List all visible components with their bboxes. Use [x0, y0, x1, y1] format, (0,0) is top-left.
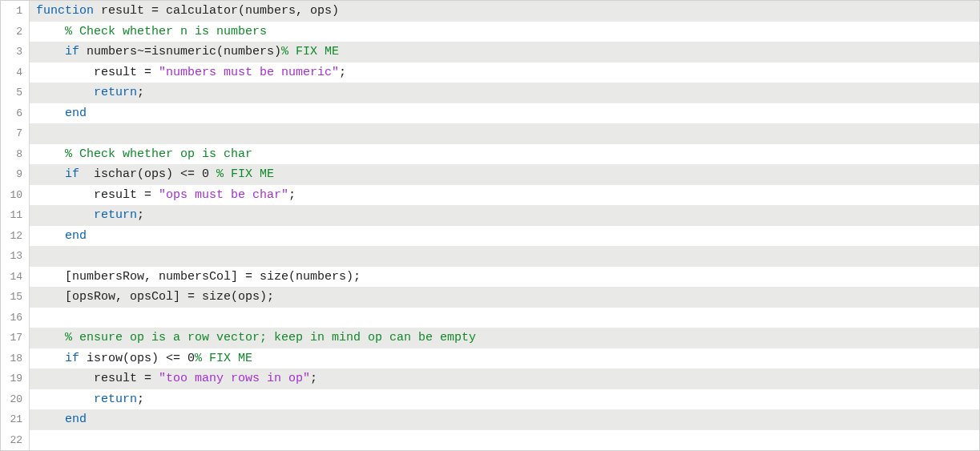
code-line[interactable]: 9 if ischar(ops) <= 0 % FIX ME — [1, 164, 979, 185]
code-content[interactable]: % ensure op is a row vector; keep in min… — [30, 328, 979, 348]
token-plain: ; — [137, 393, 144, 406]
token-plain: numbers~=isnumeric(numbers) — [87, 45, 281, 58]
line-number: 11 — [1, 205, 30, 226]
token-comment: % Check whether op is char — [65, 147, 252, 161]
token-plain: result = calculator(numbers, ops) — [101, 4, 339, 18]
code-content[interactable]: end — [30, 103, 979, 124]
code-editor[interactable]: 1function result = calculator(numbers, o… — [1, 1, 979, 450]
token-comment: % FIX ME — [216, 167, 274, 181]
token-plain: ; — [288, 188, 296, 202]
code-content[interactable]: function result = calculator(numbers, op… — [30, 1, 979, 22]
code-line[interactable]: 7 — [1, 123, 979, 144]
line-number: 4 — [1, 62, 30, 83]
code-content[interactable]: if ischar(ops) <= 0 % FIX ME — [30, 164, 979, 185]
line-number: 21 — [1, 409, 30, 430]
line-number: 13 — [1, 246, 30, 267]
line-number: 2 — [1, 22, 30, 42]
token-string: "numbers must be numeric" — [159, 66, 339, 79]
code-content[interactable]: [numbersRow, numbersCol] = size(numbers)… — [30, 267, 979, 288]
code-line[interactable]: 10 result = "ops must be char"; — [1, 185, 979, 206]
code-content[interactable]: [opsRow, opsCol] = size(ops); — [30, 287, 979, 308]
line-number: 18 — [1, 348, 30, 369]
code-line[interactable]: 11 return; — [1, 205, 979, 226]
code-line[interactable]: 4 result = "numbers must be numeric"; — [1, 62, 979, 83]
token-plain: ; — [310, 372, 317, 385]
code-content[interactable]: result = "ops must be char"; — [30, 185, 979, 206]
code-line[interactable]: 13 — [1, 246, 979, 267]
code-line[interactable]: 8 % Check whether op is char — [1, 144, 979, 165]
token-plain: result = — [36, 188, 159, 202]
code-line[interactable]: 20 return; — [1, 389, 979, 410]
token-string: "too many rows in op" — [159, 372, 310, 385]
code-content[interactable]: end — [30, 226, 979, 247]
token-plain — [36, 86, 94, 99]
token-plain — [36, 413, 65, 426]
code-content[interactable]: return; — [30, 205, 979, 226]
code-line[interactable]: 2 % Check whether n is numbers — [1, 22, 979, 42]
code-content[interactable]: if isrow(ops) <= 0% FIX ME — [30, 348, 979, 369]
code-content[interactable]: end — [30, 409, 979, 430]
line-number: 6 — [1, 103, 30, 124]
code-line[interactable]: 15 [opsRow, opsCol] = size(ops); — [1, 287, 979, 308]
line-number: 22 — [1, 430, 30, 451]
token-keyword: return — [94, 86, 137, 99]
token-plain — [36, 352, 65, 365]
code-line[interactable]: 14 [numbersRow, numbersCol] = size(numbe… — [1, 267, 979, 288]
code-line[interactable]: 6 end — [1, 103, 979, 124]
token-plain — [36, 208, 94, 222]
code-content[interactable]: return; — [30, 389, 979, 410]
token-plain — [36, 25, 65, 38]
code-line[interactable]: 5 return; — [1, 83, 979, 103]
token-plain: [numbersRow, numbersCol] = size(numbers)… — [36, 270, 361, 284]
code-content[interactable]: return; — [30, 83, 979, 103]
code-content[interactable]: result = "too many rows in op"; — [30, 368, 979, 389]
code-line[interactable]: 16 — [1, 308, 979, 328]
token-keyword: end — [65, 413, 87, 426]
code-content[interactable]: % Check whether op is char — [30, 144, 979, 165]
line-number: 20 — [1, 389, 30, 410]
code-content[interactable]: result = "numbers must be numeric"; — [30, 62, 979, 83]
code-line[interactable]: 19 result = "too many rows in op"; — [1, 368, 979, 389]
line-number: 7 — [1, 123, 30, 144]
code-line[interactable]: 18 if isrow(ops) <= 0% FIX ME — [1, 348, 979, 369]
code-line[interactable]: 21 end — [1, 409, 979, 430]
line-number: 16 — [1, 308, 30, 328]
token-plain: ; — [137, 86, 144, 99]
token-keyword: end — [65, 107, 87, 120]
token-plain — [36, 331, 65, 344]
token-plain — [36, 229, 65, 243]
code-content[interactable]: if numbers~=isnumeric(numbers)% FIX ME — [30, 42, 979, 62]
token-plain — [36, 107, 65, 120]
token-plain: isrow(ops) <= 0 — [87, 352, 195, 365]
code-line[interactable]: 12 end — [1, 226, 979, 247]
token-plain: [opsRow, opsCol] = size(ops); — [36, 290, 274, 304]
code-content[interactable] — [30, 246, 979, 267]
token-comment: % FIX ME — [281, 45, 339, 58]
code-line[interactable]: 22 — [1, 430, 979, 451]
token-keyword: if — [65, 45, 87, 58]
line-number: 8 — [1, 144, 30, 165]
code-content[interactable] — [30, 430, 979, 451]
token-plain: result = — [36, 372, 159, 385]
code-line[interactable]: 1function result = calculator(numbers, o… — [1, 1, 979, 22]
token-plain: ; — [137, 208, 144, 222]
token-comment: % ensure op is a row vector; keep in min… — [65, 331, 476, 344]
line-number: 17 — [1, 328, 30, 348]
token-keyword: function — [36, 4, 101, 18]
code-content[interactable] — [30, 123, 979, 144]
line-number: 14 — [1, 267, 30, 288]
code-line[interactable]: 3 if numbers~=isnumeric(numbers)% FIX ME — [1, 42, 979, 62]
line-number: 19 — [1, 368, 30, 389]
code-line[interactable]: 17 % ensure op is a row vector; keep in … — [1, 328, 979, 348]
token-comment: % FIX ME — [195, 352, 252, 365]
token-plain — [36, 167, 65, 181]
code-content[interactable]: % Check whether n is numbers — [30, 22, 979, 42]
token-plain: ischar(ops) <= 0 — [94, 167, 216, 181]
token-plain — [36, 45, 65, 58]
token-keyword: if — [65, 167, 94, 181]
token-plain: ; — [339, 66, 346, 79]
token-plain — [36, 393, 94, 406]
token-string: "ops must be char" — [159, 188, 288, 202]
code-content[interactable] — [30, 308, 979, 328]
line-number: 9 — [1, 164, 30, 185]
